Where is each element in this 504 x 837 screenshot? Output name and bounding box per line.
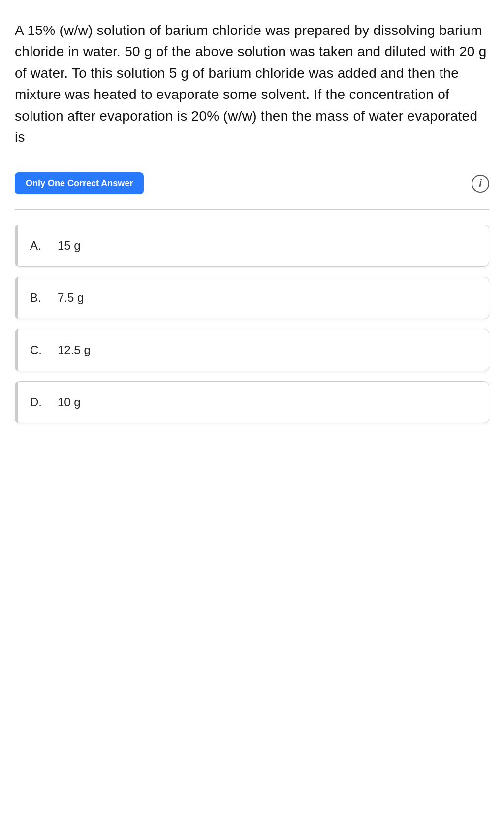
option-b[interactable]: B.7.5 g [15, 277, 489, 319]
option-c-label: C. [30, 343, 46, 357]
option-b-bar [15, 277, 18, 319]
option-a-label: A. [30, 239, 46, 253]
option-d-text: 10 g [58, 395, 81, 409]
badge-row: Only One Correct Answer i [15, 172, 489, 194]
options-list: A.15 gB.7.5 gC.12.5 gD.10 g [15, 225, 489, 423]
option-c[interactable]: C.12.5 g [15, 329, 489, 371]
question-text: A 15% (w/w) solution of barium chloride … [15, 20, 489, 148]
option-d-label: D. [30, 395, 46, 409]
option-c-bar [15, 329, 18, 371]
option-a-bar [15, 225, 18, 266]
option-a-text: 15 g [58, 239, 81, 253]
option-b-text: 7.5 g [58, 291, 84, 305]
section-divider [15, 209, 489, 210]
option-d-bar [15, 382, 18, 423]
option-d[interactable]: D.10 g [15, 381, 489, 423]
option-c-text: 12.5 g [58, 343, 91, 357]
info-icon-button[interactable]: i [472, 175, 489, 193]
option-a[interactable]: A.15 g [15, 225, 489, 267]
only-one-correct-badge: Only One Correct Answer [15, 172, 144, 194]
option-b-label: B. [30, 291, 46, 305]
